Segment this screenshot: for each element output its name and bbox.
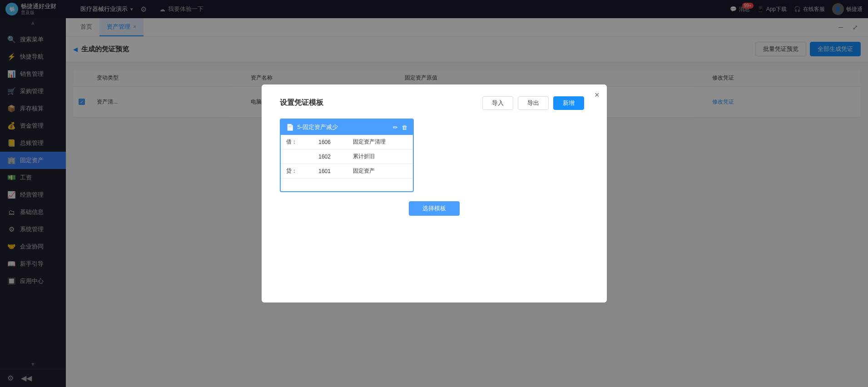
entry-code-1: 1606 [313,135,347,149]
export-button[interactable]: 导出 [518,96,549,110]
entry-side-2 [281,149,313,164]
entry-code-3: 1601 [313,164,347,179]
template-entry-row: 1602 累计折旧 [281,149,413,164]
select-template-button[interactable]: 选择模板 [409,201,460,216]
template-name: 5-固定资产减少 [298,123,389,131]
template-delete-button[interactable]: 🗑 [402,124,407,131]
template-card-header: 📄 5-固定资产减少 ✏ 🗑 [281,119,413,135]
import-button[interactable]: 导入 [482,96,513,110]
template-entry-row: 借： 1606 固定资产清理 [281,135,413,149]
new-button[interactable]: 新增 [553,96,584,110]
entry-side-1: 借： [281,135,313,149]
entry-account-3: 固定资产 [347,164,413,179]
entry-side-3: 贷： [281,164,313,179]
modal-overlay: 设置凭证模板 × 导入 导出 新增 📄 5-固定资产减少 ✏ 🗑 借： [0,0,868,387]
template-edit-button[interactable]: ✏ [393,124,398,131]
modal-action-buttons: 导入 导出 新增 [482,96,584,110]
template-entries-table: 借： 1606 固定资产清理 1602 累计折旧 贷： 1601 固定资产 [281,135,413,191]
modal-dialog: 设置凭证模板 × 导入 导出 新增 📄 5-固定资产减少 ✏ 🗑 借： [262,84,607,303]
entry-code-2: 1602 [313,149,347,164]
template-card: 📄 5-固定资产减少 ✏ 🗑 借： 1606 固定资产清理 1602 [280,119,414,192]
modal-close-button[interactable]: × [595,91,600,99]
entry-account-1: 固定资产清理 [347,135,413,149]
template-entry-row: 贷： 1601 固定资产 [281,164,413,179]
entry-account-2: 累计折旧 [347,149,413,164]
template-card-actions: ✏ 🗑 [393,124,407,131]
template-doc-icon: 📄 [286,124,294,131]
template-empty-row [281,179,413,191]
